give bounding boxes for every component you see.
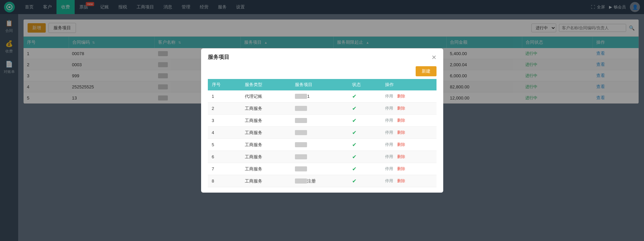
status-active-icon: ✔ (352, 106, 356, 111)
modal-col-status: 状态 (348, 79, 381, 90)
blurred-project (295, 154, 307, 159)
modal-cell-status: ✔ (348, 90, 381, 103)
modal-cell-no: 4 (208, 127, 241, 139)
modal-cell-no: 5 (208, 139, 241, 151)
delete-button[interactable]: 删除 (397, 130, 405, 135)
modal-col-project: 服务项目 (291, 79, 348, 90)
modal-cell-type: 工商服务 (241, 163, 291, 175)
modal-table-row: 6 工商服务 ✔ 停用 删除 (208, 151, 437, 163)
delete-button[interactable]: 删除 (397, 154, 405, 159)
stop-button[interactable]: 停用 (385, 166, 393, 171)
service-modal: 服务项目 ✕ 新建 序号 服务类型 服务项目 状态 (201, 48, 443, 193)
modal-cell-no: 1 (208, 90, 241, 103)
modal-cell-project (291, 139, 348, 151)
modal-table-header: 序号 服务类型 服务项目 状态 操作 (208, 79, 437, 90)
modal-cell-status: ✔ (348, 175, 381, 187)
modal-cell-no: 6 (208, 151, 241, 163)
blurred-project (295, 118, 307, 123)
modal-table: 序号 服务类型 服务项目 状态 操作 1 代理记账 1 ✔ 停用 删除 (208, 79, 437, 187)
modal-table-row: 2 工商服务 ✔ 停用 删除 (208, 103, 437, 115)
modal-cell-type: 工商服务 (241, 175, 291, 187)
modal-col-action: 操作 (381, 79, 437, 90)
blurred-project (295, 142, 307, 147)
status-active-icon: ✔ (352, 154, 356, 160)
modal-cell-project (291, 151, 348, 163)
modal-cell-no: 7 (208, 163, 241, 175)
modal-cell-project (291, 163, 348, 175)
delete-button[interactable]: 删除 (397, 178, 405, 183)
delete-button[interactable]: 删除 (397, 142, 405, 147)
modal-cell-action: 停用 删除 (381, 163, 437, 175)
stop-button[interactable]: 停用 (385, 106, 393, 111)
modal-new-button[interactable]: 新建 (416, 66, 437, 76)
delete-button[interactable]: 删除 (397, 118, 405, 123)
modal-cell-status: ✔ (348, 151, 381, 163)
modal-table-row: 1 代理记账 1 ✔ 停用 删除 (208, 90, 437, 103)
status-active-icon: ✔ (352, 178, 356, 184)
status-active-icon: ✔ (352, 130, 356, 135)
modal-header: 服务项目 ✕ (201, 48, 443, 64)
modal-cell-action: 停用 删除 (381, 90, 437, 103)
modal-table-row: 7 工商服务 ✔ 停用 删除 (208, 163, 437, 175)
modal-cell-action: 停用 删除 (381, 151, 437, 163)
main-layout: 📋 合同 💰 收费 📄 对账单 新增 服务项目 进行中 已完成 已终止 (0, 14, 644, 241)
modal-col-type: 服务类型 (241, 79, 291, 90)
status-active-icon: ✔ (352, 118, 356, 123)
stop-button[interactable]: 停用 (385, 118, 393, 123)
blurred-project (295, 178, 307, 184)
status-active-icon: ✔ (352, 93, 356, 99)
delete-button[interactable]: 删除 (397, 94, 405, 98)
modal-cell-status: ✔ (348, 115, 381, 127)
modal-cell-status: ✔ (348, 163, 381, 175)
blurred-project (295, 94, 307, 99)
modal-cell-type: 代理记账 (241, 90, 291, 103)
modal-cell-action: 停用 删除 (381, 127, 437, 139)
modal-overlay[interactable]: 服务项目 ✕ 新建 序号 服务类型 服务项目 状态 (18, 14, 644, 241)
modal-cell-status: ✔ (348, 139, 381, 151)
modal-cell-project: 1 (291, 90, 348, 103)
modal-toolbar: 新建 (201, 64, 443, 79)
modal-close-button[interactable]: ✕ (431, 54, 437, 61)
stop-button[interactable]: 停用 (385, 178, 393, 183)
blurred-project (295, 106, 307, 111)
stop-button[interactable]: 停用 (385, 142, 393, 147)
modal-cell-action: 停用 删除 (381, 139, 437, 151)
modal-cell-action: 停用 删除 (381, 115, 437, 127)
modal-cell-type: 工商服务 (241, 139, 291, 151)
modal-cell-no: 8 (208, 175, 241, 187)
main-content: 新增 服务项目 进行中 已完成 已终止 🔍 序号 合同编 (18, 14, 644, 241)
modal-cell-project (291, 115, 348, 127)
modal-cell-type: 工商服务 (241, 103, 291, 115)
delete-button[interactable]: 删除 (397, 106, 405, 111)
modal-cell-type: 工商服务 (241, 151, 291, 163)
modal-cell-action: 停用 删除 (381, 175, 437, 187)
modal-cell-no: 3 (208, 115, 241, 127)
modal-table-wrap: 序号 服务类型 服务项目 状态 操作 1 代理记账 1 ✔ 停用 删除 (201, 79, 443, 193)
modal-cell-project: 注册 (291, 175, 348, 187)
blurred-project (295, 166, 307, 171)
modal-title: 服务项目 (208, 54, 229, 61)
modal-cell-status: ✔ (348, 103, 381, 115)
modal-table-row: 4 工商服务 ✔ 停用 删除 (208, 127, 437, 139)
status-active-icon: ✔ (352, 166, 356, 172)
modal-cell-no: 2 (208, 103, 241, 115)
modal-cell-action: 停用 删除 (381, 103, 437, 115)
modal-table-row: 8 工商服务 注册 ✔ 停用 删除 (208, 175, 437, 187)
status-active-icon: ✔ (352, 142, 356, 148)
modal-cell-project (291, 103, 348, 115)
modal-table-row: 3 工商服务 ✔ 停用 删除 (208, 115, 437, 127)
stop-button[interactable]: 停用 (385, 130, 393, 135)
delete-button[interactable]: 删除 (397, 166, 405, 171)
modal-table-row: 5 工商服务 ✔ 停用 删除 (208, 139, 437, 151)
stop-button[interactable]: 停用 (385, 94, 393, 98)
modal-col-no: 序号 (208, 79, 241, 90)
modal-table-body: 1 代理记账 1 ✔ 停用 删除 2 工商服务 ✔ 停用 删除 3 工商服务 ✔… (208, 90, 437, 187)
stop-button[interactable]: 停用 (385, 154, 393, 159)
modal-cell-type: 工商服务 (241, 115, 291, 127)
blurred-project (295, 130, 307, 135)
modal-cell-status: ✔ (348, 127, 381, 139)
modal-cell-project (291, 127, 348, 139)
modal-cell-type: 工商服务 (241, 127, 291, 139)
